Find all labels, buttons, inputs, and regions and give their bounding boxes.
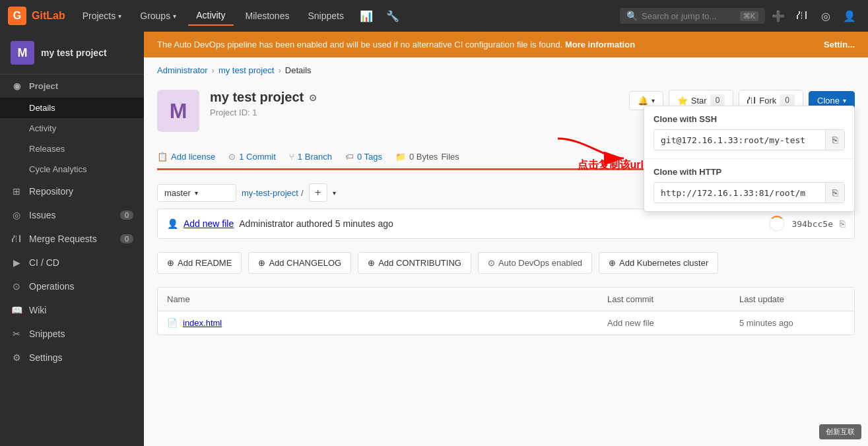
license-icon: 📋 xyxy=(157,152,168,162)
milestones-link[interactable]: Milestones xyxy=(239,7,296,25)
sidebar-cicd-label: CI / CD xyxy=(29,257,59,268)
clone-http-input-row: ⎘ xyxy=(653,182,845,203)
operations-icon: ⊙ xyxy=(11,281,22,292)
breadcrumb-sep-1: › xyxy=(212,65,215,75)
project-id: Project ID: 1 xyxy=(210,108,317,117)
wrench-icon[interactable]: 🔧 xyxy=(382,5,403,26)
add-icon: + xyxy=(315,187,321,199)
commit-count-link[interactable]: 1 Commit xyxy=(239,152,276,162)
breadcrumb-project-link[interactable]: my test project xyxy=(218,65,275,75)
snippets-link[interactable]: Snippets xyxy=(301,7,350,25)
groups-menu[interactable]: Groups ▾ xyxy=(133,7,183,25)
sidebar-item-wiki[interactable]: 📖 Wiki xyxy=(0,298,144,322)
tags-count-link[interactable]: 0 Tags xyxy=(357,152,382,162)
tag-icon: 🏷 xyxy=(345,152,354,162)
sidebar-item-project[interactable]: ◉ Project xyxy=(0,75,144,98)
user-icon[interactable]: 👤 xyxy=(839,5,860,26)
commit-stat: ⊙ 1 Commit xyxy=(228,152,276,162)
repo-path-link[interactable]: my-test-project xyxy=(242,188,298,198)
file-icon: 📁 xyxy=(395,152,406,162)
issues-badge: 0 xyxy=(120,210,133,220)
project-icon: ◉ xyxy=(11,81,22,91)
path-slash: / xyxy=(301,188,304,198)
auto-devops-button[interactable]: ⊙ Auto DevOps enabled xyxy=(478,252,592,274)
ci-status-spinner xyxy=(769,216,785,232)
star-label: Star xyxy=(691,96,707,106)
file-name-cell[interactable]: 📄 index.html xyxy=(167,318,607,328)
banner-settings-link[interactable]: Settin... xyxy=(824,40,855,49)
brand-logo[interactable]: G GitLab xyxy=(8,7,65,25)
add-changelog-button[interactable]: ⊕ Add CHANGELOG xyxy=(248,252,351,274)
fork-count: 0 xyxy=(780,94,795,106)
clone-http-title: Clone with HTTP xyxy=(653,167,845,177)
sidebar-item-releases[interactable]: Releases xyxy=(0,139,144,159)
sidebar-item-repository[interactable]: ⊞ Repository xyxy=(0,179,144,203)
branch-selector[interactable]: master ▾ xyxy=(157,184,236,202)
add-kubernetes-button[interactable]: ⊕ Add Kubernetes cluster xyxy=(599,252,718,274)
size-stat: 📁 0 Bytes Files xyxy=(395,152,459,162)
activity-nav-link[interactable]: Activity xyxy=(188,6,233,26)
auto-devops-label: Auto DevOps enabled xyxy=(498,258,582,268)
add-readme-icon: ⊕ xyxy=(167,258,174,268)
add-file-button[interactable]: + xyxy=(309,183,327,202)
merge-requests-icon[interactable]: ⛙ xyxy=(791,5,813,26)
branch-count-link[interactable]: 1 Branch xyxy=(298,152,332,162)
sidebar-item-settings[interactable]: ⚙ Settings xyxy=(0,346,144,369)
sidebar-item-details[interactable]: Details xyxy=(0,98,144,118)
new-item-icon[interactable]: ➕ xyxy=(768,5,789,26)
breadcrumb: Administrator › my test project › Detail… xyxy=(144,57,868,83)
add-changelog-label: Add CHANGELOG xyxy=(269,258,341,268)
merge-badge: 0 xyxy=(120,234,133,243)
clone-ssh-copy-button[interactable]: ⎘ xyxy=(825,130,844,150)
sidebar-item-activity[interactable]: Activity xyxy=(0,118,144,139)
tag-label: Tags xyxy=(364,152,382,162)
chart-icon[interactable]: 📊 xyxy=(356,5,377,26)
search-input[interactable] xyxy=(642,11,736,21)
projects-menu[interactable]: Projects ▾ xyxy=(76,7,129,25)
clone-http-input[interactable] xyxy=(654,183,825,203)
sidebar-item-issues[interactable]: ◎ Issues 0 xyxy=(0,203,144,227)
branch-name: master xyxy=(164,188,191,198)
file-link[interactable]: index.html xyxy=(183,318,222,328)
commit-hash: 394bcc5e xyxy=(791,219,833,229)
breadcrumb-admin-link[interactable]: Administrator xyxy=(157,65,208,75)
add-license-link[interactable]: Add license xyxy=(171,152,215,162)
clone-ssh-input[interactable] xyxy=(654,131,825,150)
banner-more-info-link[interactable]: More information xyxy=(565,40,635,49)
clone-ssh-input-row: ⎘ xyxy=(653,129,845,150)
commit-label: Commit xyxy=(246,152,276,162)
sidebar-item-snippets[interactable]: ✂ Snippets xyxy=(0,322,144,346)
sidebar-item-operations[interactable]: ⊙ Operations xyxy=(0,274,144,298)
sidebar-project-label: Project xyxy=(29,81,58,91)
col-name-header: Name xyxy=(167,294,607,304)
commit-message-link[interactable]: Add new file xyxy=(184,218,234,229)
notification-icon: 🔔 xyxy=(638,96,648,106)
sidebar-merge-label: Merge Requests xyxy=(29,234,97,244)
copy-hash-button[interactable]: ⎘ xyxy=(840,218,845,229)
sidebar-item-cicd[interactable]: ▶ CI / CD xyxy=(0,251,144,274)
project-visibility-icon: ⊙ xyxy=(309,92,317,103)
breadcrumb-current: Details xyxy=(285,65,312,75)
issues-icon[interactable]: ◎ xyxy=(815,5,836,26)
sidebar-snippets-label: Snippets xyxy=(29,329,65,339)
search-box: 🔍 ⌘K xyxy=(620,8,765,24)
merge-requests-nav-icon: ⛙ xyxy=(11,234,22,244)
top-navbar: G GitLab Projects ▾ Groups ▾ Activity Mi… xyxy=(0,0,868,32)
commit-dot-icon: ⊙ xyxy=(228,152,236,162)
branch-chevron: ▾ xyxy=(195,189,198,197)
clone-dropdown: Clone with SSH ⎘ Clone with HTTP ⎘ xyxy=(644,106,855,212)
add-readme-button[interactable]: ⊕ Add README xyxy=(157,252,242,274)
sidebar-project-header[interactable]: M my test project xyxy=(0,32,144,75)
branch-stat: ⑂ 1 Branch xyxy=(289,152,332,162)
sidebar-item-cycle-analytics[interactable]: Cycle Analytics xyxy=(0,159,144,179)
sidebar-project-name: my test project xyxy=(41,48,107,58)
brand-name: GitLab xyxy=(32,10,65,22)
sidebar-item-merge-requests[interactable]: ⛙ Merge Requests 0 xyxy=(0,227,144,251)
project-title-row: my test project ⊙ xyxy=(210,90,317,105)
settings-nav-icon: ⚙ xyxy=(11,352,22,363)
col-update-header: Last update xyxy=(739,294,845,304)
add-contributing-button[interactable]: ⊕ Add CONTRIBUTING xyxy=(358,252,471,274)
action-buttons-row: ⊕ Add README ⊕ Add CHANGELOG ⊕ Add CONTR… xyxy=(144,245,868,280)
tags-stat: 🏷 0 Tags xyxy=(345,152,382,162)
clone-http-copy-button[interactable]: ⎘ xyxy=(825,183,844,203)
